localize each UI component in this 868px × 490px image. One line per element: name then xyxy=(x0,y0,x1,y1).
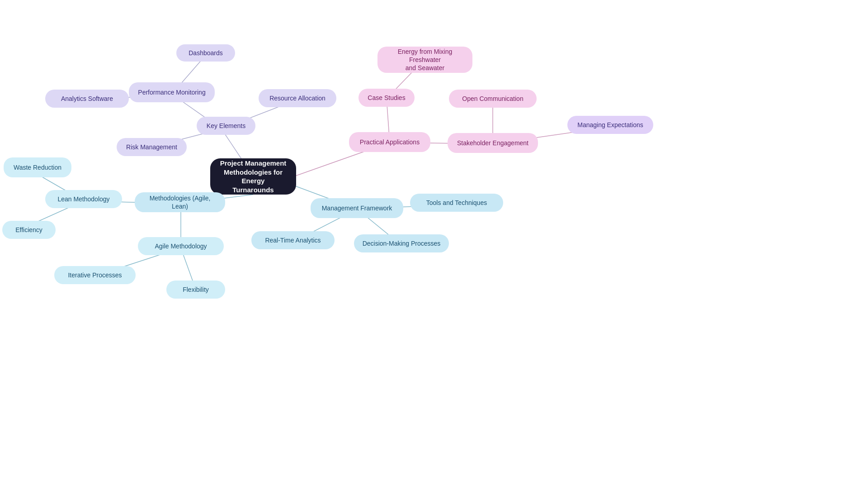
performance-monitoring-node[interactable]: Performance Monitoring xyxy=(129,82,215,102)
efficiency-node[interactable]: Efficiency xyxy=(2,221,56,239)
energy-mixing-node[interactable]: Energy from Mixing Freshwater and Seawat… xyxy=(377,47,472,73)
agile-methodology-node[interactable]: Agile Methodology xyxy=(138,237,224,255)
resource-allocation-node[interactable]: Resource Allocation xyxy=(259,89,336,107)
case-studies-node[interactable]: Case Studies xyxy=(359,89,415,107)
iterative-processes-node[interactable]: Iterative Processes xyxy=(54,266,136,284)
risk-management-node[interactable]: Risk Management xyxy=(117,138,187,156)
lean-methodology-node[interactable]: Lean Methodology xyxy=(45,190,122,208)
practical-applications-node[interactable]: Practical Applications xyxy=(349,132,430,152)
real-time-analytics-node[interactable]: Real-Time Analytics xyxy=(251,231,335,249)
analytics-software-node[interactable]: Analytics Software xyxy=(45,90,129,108)
managing-expectations-node[interactable]: Managing Expectations xyxy=(567,116,653,134)
management-framework-node[interactable]: Management Framework xyxy=(311,198,403,218)
open-communication-node[interactable]: Open Communication xyxy=(449,90,537,108)
waste-reduction-node[interactable]: Waste Reduction xyxy=(4,157,71,177)
dashboards-node[interactable]: Dashboards xyxy=(176,44,235,62)
methodologies-node[interactable]: Methodologies (Agile, Lean) xyxy=(135,192,225,212)
center-node[interactable]: Project Management Methodologies for Ene… xyxy=(210,158,296,195)
tools-techniques-node[interactable]: Tools and Techniques xyxy=(410,194,503,212)
decision-making-node[interactable]: Decision-Making Processes xyxy=(354,234,449,252)
flexibility-node[interactable]: Flexibility xyxy=(166,281,225,299)
stakeholder-engagement-node[interactable]: Stakeholder Engagement xyxy=(448,133,538,153)
key-elements-node[interactable]: Key Elements xyxy=(197,117,255,135)
